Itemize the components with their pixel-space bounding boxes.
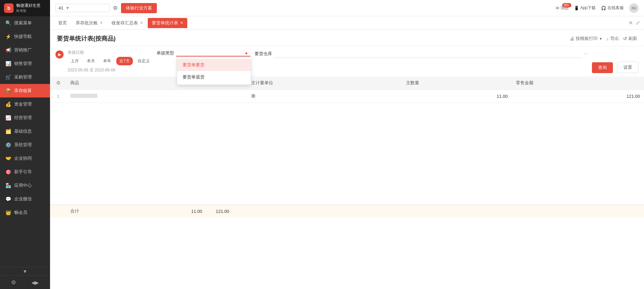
sidebar-item-weixin[interactable]: 💬 企业微信 (0, 192, 50, 206)
filter-more-icon[interactable]: ··· (583, 51, 588, 57)
sidebar-item-basic[interactable]: 🗂️ 基础信息 (0, 125, 50, 138)
tab-receipt-summary[interactable]: 收发存汇总表 ✕ (108, 18, 147, 28)
trial-button[interactable]: 体验行业方案 (121, 3, 157, 13)
sidebar-item-quicknav[interactable]: ⚡ 快捷导航 (0, 30, 50, 43)
sidebar-bottom: ⚙ ◀▶ (0, 275, 50, 289)
filter-type-input[interactable]: ▲ (176, 50, 251, 57)
tab-order-summary-close[interactable]: ✕ (180, 21, 183, 25)
tab-receipt-summary-close[interactable]: ✕ (140, 21, 143, 25)
date-btn-current[interactable]: 本月 (84, 57, 98, 65)
quicknav-icon: ⚡ (5, 33, 11, 40)
table-gear-icon[interactable]: ⚙ (55, 80, 61, 86)
company-selector[interactable]: 41 ▼ (55, 4, 110, 12)
guide-icon: 🎯 (5, 169, 11, 175)
warehouse-label: 要货仓库 (255, 51, 272, 57)
filter-date-group: 单据日期 上月 本月 本年 近7天 自定义 2023-05-06 至 2023-… (68, 50, 152, 73)
sidebar-item-sales[interactable]: 📊 销售管理 (0, 57, 50, 70)
tab-home[interactable]: 首页 (54, 18, 71, 28)
sidebar-item-finance[interactable]: 💰 资金管理 (0, 97, 50, 111)
filter-type-wrapper: 单据类型 ▲ 要货单要货 要货单退货 (157, 50, 251, 57)
marketing-icon: 📢 (5, 47, 11, 53)
sidebar-item-collab[interactable]: 🤝 企业协同 (0, 152, 50, 165)
sidebar-item-search[interactable]: 🔍 搜索菜单 (0, 16, 50, 30)
topbar: 41 ▼ ⚙ 体验行业方案 ✉ 消息 99+ 📱 App下载 🎧 在线客服 Ri… (50, 0, 644, 16)
system-icon: ⚙️ (5, 141, 11, 148)
sidebar-item-inventory[interactable]: 📦 库存核算 (0, 84, 50, 97)
company-name: 41 (58, 5, 63, 10)
table-header-row: ⚙ 商品 主计量单位 主数量 零售金额 (50, 76, 644, 90)
filter-type-caret-up: ▲ (244, 50, 248, 55)
sidebar-item-marketing[interactable]: 📢 营销推广 (0, 43, 50, 57)
dropdown-item-order-return[interactable]: 要货单退货 (177, 71, 251, 83)
finance-icon: 💰 (5, 101, 11, 108)
col-unit: 主计量单位 (247, 76, 402, 90)
tab-order-summary-label: 要货单统计表 (152, 20, 178, 26)
total-qty: 11.00 (179, 209, 206, 214)
query-button[interactable]: 查询 (592, 62, 613, 73)
empty-space (50, 103, 644, 204)
user-avatar[interactable]: Rit (629, 3, 639, 13)
dropdown-item-order-goods[interactable]: 要货单要货 (177, 59, 251, 71)
total-amount: 121.00 (206, 209, 233, 214)
print-icon: 🖨 (570, 36, 574, 41)
tab-inventory-batch[interactable]: 库存批次账 ✕ (72, 18, 107, 28)
sidebar-item-purchase[interactable]: 🛒 采购管理 (0, 70, 50, 84)
topbar-left: 41 ▼ ⚙ 体验行业方案 (55, 3, 556, 13)
date-range: 2023-05-06 至 2023-06-06 (68, 67, 152, 73)
date-btn-up[interactable]: 上月 (68, 57, 82, 65)
refresh-btn[interactable]: ↺ 刷新 (623, 36, 637, 42)
sidebar-item-guide[interactable]: 🎯 新手引导 (0, 165, 50, 179)
avatar-text: Rit (631, 6, 636, 10)
cell-product (66, 90, 247, 103)
sidebar-item-system[interactable]: ⚙️ 系统管理 (0, 138, 50, 152)
online-service-label: 在线客服 (607, 5, 624, 11)
tab-order-summary[interactable]: 要货单统计表 ✕ (148, 18, 187, 28)
type-dropdown: 要货单要货 要货单退货 (177, 57, 251, 85)
sidebar-scroll-down[interactable]: ▼ (22, 269, 28, 274)
app-name: 畅捷通好生意 (16, 3, 41, 8)
warehouse-input[interactable] (274, 50, 581, 58)
appstore-icon: 🏪 (5, 182, 11, 189)
messages-btn[interactable]: ✉ 消息 99+ (556, 5, 569, 11)
cell-qty: 11.00 (402, 90, 511, 103)
sidebar: b 畅捷通好生意 标准版 🔍 搜索菜单 ⚡ 快捷导航 📢 营销推广 📊 销售管理… (0, 0, 50, 289)
tabbar-expand[interactable]: ⤢ (636, 20, 640, 26)
sidebar-item-vip[interactable]: 👑 畅会员 (0, 206, 50, 219)
export-btn[interactable]: ↓ 导出 (606, 36, 619, 42)
cell-unit: 块 (247, 90, 402, 103)
tab-inventory-batch-label: 库存批次账 (76, 20, 98, 26)
filter-warehouse-group: 要货仓库 ··· (255, 50, 588, 58)
page-inner: 要货单统计表(按商品) 🖨 按模板打印 ▼ ↓ 导出 ↺ 刷新 (50, 30, 644, 289)
page-content: 要货单统计表(按商品) 🖨 按模板打印 ▼ ↓ 导出 ↺ 刷新 (50, 30, 644, 289)
date-btn-recent7[interactable]: 近7天 (116, 57, 133, 65)
online-service-btn[interactable]: 🎧 在线客服 (601, 5, 624, 11)
settings-button[interactable]: 设置 (617, 62, 639, 73)
basic-icon: 🗂️ (5, 128, 11, 135)
tabbar-close-all[interactable]: ✕ (628, 20, 633, 26)
inventory-icon: 📦 (5, 87, 11, 94)
weixin-icon: 💬 (5, 196, 11, 202)
tab-inventory-batch-close[interactable]: ✕ (100, 21, 103, 25)
date-label: 单据日期 (68, 50, 152, 55)
app-edition: 标准版 (16, 8, 41, 13)
app-download-btn[interactable]: 📱 App下载 (574, 5, 596, 11)
sales-icon: 📊 (5, 60, 11, 67)
refresh-icon: ↺ (623, 36, 627, 41)
sidebar-item-appstore[interactable]: 🏪 应用中心 (0, 179, 50, 192)
table-total: 合计 11.00 121.00 (50, 204, 644, 218)
app-logo: b 畅捷通好生意 标准版 (0, 0, 50, 16)
total-label: 合计 (54, 208, 179, 214)
filter-collapse-btn[interactable]: ▶ (55, 50, 64, 59)
page-actions: 🖨 按模板打印 ▼ ↓ 导出 ↺ 刷新 (570, 36, 637, 42)
settings-icon[interactable]: ⚙ (11, 279, 16, 286)
print-btn[interactable]: 🖨 按模板打印 ▼ (570, 36, 602, 42)
sidebar-item-operations[interactable]: 📈 经营管理 (0, 111, 50, 125)
logo-icon: b (4, 3, 14, 13)
app-download-label: App下载 (580, 5, 596, 11)
date-btn-year[interactable]: 本年 (100, 57, 114, 65)
sidebar-collapse-icon[interactable]: ◀▶ (31, 280, 39, 285)
topbar-gear-icon[interactable]: ⚙ (113, 5, 118, 11)
print-dropdown-icon: ▼ (599, 37, 602, 41)
date-btn-custom[interactable]: 自定义 (135, 57, 152, 65)
purchase-icon: 🛒 (5, 74, 11, 81)
